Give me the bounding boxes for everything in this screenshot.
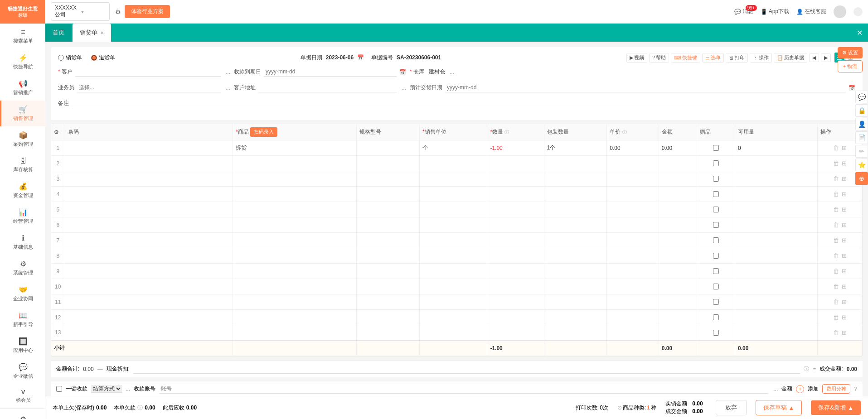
cell-spec[interactable]: [357, 171, 420, 187]
barcode-input[interactable]: [68, 176, 230, 182]
action-btn[interactable]: ⋮ 操作: [750, 53, 772, 63]
copy-icon[interactable]: ⊞: [842, 206, 847, 213]
gift-checkbox[interactable]: [713, 314, 719, 320]
sidebar-item-enterprise[interactable]: 🤝 企业协同: [0, 281, 45, 307]
settings-button[interactable]: ⚙ 设置: [838, 47, 863, 58]
delete-icon[interactable]: 🗑: [833, 299, 839, 305]
cell-qty[interactable]: [487, 156, 544, 171]
one-click-checkbox[interactable]: [56, 386, 62, 392]
cash-discount-input[interactable]: [133, 364, 800, 374]
radio-sales[interactable]: 销货单: [58, 54, 82, 62]
sidebar-item-purchase[interactable]: 📦 采购管理: [0, 126, 45, 152]
copy-icon[interactable]: ⊞: [842, 160, 847, 167]
cell-barcode[interactable]: [65, 264, 233, 279]
delete-icon[interactable]: 🗑: [833, 237, 839, 244]
barcode-input[interactable]: [68, 237, 230, 244]
copy-icon[interactable]: ⊞: [842, 314, 847, 321]
cell-barcode[interactable]: [65, 294, 233, 310]
cell-price[interactable]: [607, 187, 659, 202]
right-icon-user[interactable]: 👤: [855, 118, 868, 130]
sidebar-item-guide[interactable]: 📖 新手引导: [0, 307, 45, 332]
cell-price[interactable]: [607, 279, 659, 294]
draft-button[interactable]: 保存草稿 ▲: [756, 400, 802, 415]
right-icon-lock[interactable]: 🔒: [855, 104, 868, 117]
gift-checkbox[interactable]: [713, 268, 719, 274]
copy-icon[interactable]: ⊞: [842, 268, 847, 275]
gift-checkbox[interactable]: [713, 176, 719, 182]
barcode-input[interactable]: [68, 268, 230, 275]
settlement-dots[interactable]: ...: [126, 386, 130, 392]
cell-spec[interactable]: [357, 202, 420, 217]
sidebar-item-quicknav[interactable]: ⚡ 快捷导航: [0, 49, 45, 75]
cell-spec[interactable]: [357, 279, 420, 294]
cell-price[interactable]: [607, 156, 659, 171]
address-dots[interactable]: ...: [402, 85, 406, 91]
scan-button[interactable]: 扫码录入: [250, 127, 277, 137]
cell-product[interactable]: [233, 310, 357, 325]
cell-barcode[interactable]: [65, 171, 233, 187]
gift-checkbox[interactable]: [713, 330, 719, 336]
calendar-icon[interactable]: 📅: [357, 54, 364, 61]
sidebar-item-search[interactable]: ≡ 搜索菜单: [0, 24, 45, 49]
expected-delivery-input[interactable]: [445, 83, 846, 92]
barcode-input[interactable]: [68, 160, 230, 167]
gift-checkbox[interactable]: [713, 207, 719, 212]
next-btn[interactable]: ▶: [821, 53, 831, 62]
cell-product[interactable]: [233, 187, 357, 202]
cell-price[interactable]: [607, 294, 659, 310]
copy-icon[interactable]: ⊞: [842, 191, 847, 197]
cell-gift[interactable]: [697, 325, 735, 341]
barcode-input[interactable]: [68, 207, 230, 213]
cell-product[interactable]: [233, 217, 357, 233]
barcode-input[interactable]: [68, 314, 230, 321]
cell-barcode[interactable]: [65, 140, 233, 156]
salesperson-input[interactable]: [77, 83, 221, 92]
right-icon-edit[interactable]: ✏: [855, 145, 868, 158]
print-btn[interactable]: 🖨 打印: [726, 53, 748, 63]
cell-spec[interactable]: [357, 140, 420, 156]
cell-price[interactable]: [607, 202, 659, 217]
cell-price[interactable]: [607, 217, 659, 233]
calendar-icon-1[interactable]: 📅: [399, 69, 406, 75]
delete-icon[interactable]: 🗑: [833, 268, 839, 275]
cell-spec[interactable]: [357, 217, 420, 233]
cell-qty[interactable]: [487, 325, 544, 341]
cell-qty[interactable]: [487, 217, 544, 233]
expense-split-btn[interactable]: 费用分摊: [822, 384, 850, 394]
cell-product[interactable]: [233, 264, 357, 279]
online-service-btn[interactable]: 👤 在线客服: [796, 8, 826, 15]
gift-checkbox[interactable]: [713, 222, 719, 228]
avatar2[interactable]: [853, 7, 863, 16]
sidebar-item-operations[interactable]: 📊 经营管理: [0, 203, 45, 229]
cell-product[interactable]: [233, 171, 357, 187]
barcode-input[interactable]: [68, 191, 230, 197]
cell-barcode[interactable]: [65, 279, 233, 294]
cell-product[interactable]: [233, 294, 357, 310]
cell-product[interactable]: [233, 156, 357, 171]
gift-checkbox[interactable]: [713, 145, 719, 151]
cell-gift[interactable]: [697, 187, 735, 202]
gift-checkbox[interactable]: [713, 253, 719, 259]
cell-spec[interactable]: [357, 264, 420, 279]
cell-barcode[interactable]: [65, 325, 233, 341]
cell-gift[interactable]: [697, 156, 735, 171]
gift-checkbox[interactable]: [713, 237, 719, 243]
message-btn[interactable]: 💬 消息 99+: [734, 8, 753, 15]
copy-icon[interactable]: ⊞: [842, 144, 847, 151]
cell-qty[interactable]: [487, 233, 544, 248]
cell-gift[interactable]: [697, 310, 735, 325]
avatar[interactable]: [834, 5, 846, 18]
delete-icon[interactable]: 🗑: [833, 329, 839, 336]
copy-icon[interactable]: ⊞: [842, 237, 847, 244]
tabbar-close-btn[interactable]: ✕: [851, 29, 868, 37]
sidebar-item-inventory[interactable]: 🗄 库存核算: [0, 152, 45, 178]
delete-icon[interactable]: 🗑: [833, 314, 839, 321]
cell-barcode[interactable]: [65, 202, 233, 217]
delete-icon[interactable]: 🗑: [833, 160, 839, 167]
cell-gift[interactable]: [697, 233, 735, 248]
cell-gift[interactable]: [697, 171, 735, 187]
cell-gift[interactable]: [697, 264, 735, 279]
cell-barcode[interactable]: [65, 233, 233, 248]
copy-icon[interactable]: ⊞: [842, 299, 847, 305]
settlement-select[interactable]: 结算方式: [91, 385, 122, 393]
